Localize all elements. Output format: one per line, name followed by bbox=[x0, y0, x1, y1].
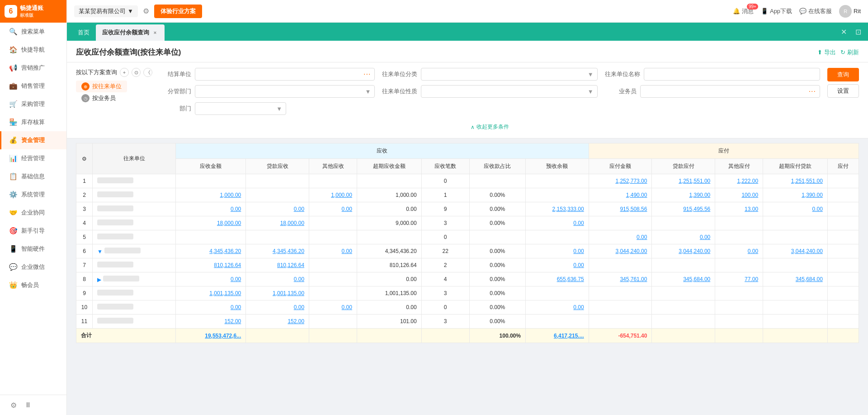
table-cell[interactable] bbox=[309, 230, 357, 244]
sidebar-item-management[interactable]: 📊 经营管理 bbox=[0, 149, 66, 167]
table-cell[interactable]: 100.00 bbox=[715, 188, 763, 202]
table-cell[interactable] bbox=[715, 216, 763, 230]
table-cell[interactable]: 345,684.00 bbox=[763, 272, 828, 286]
table-cell[interactable]: 0.00 bbox=[176, 301, 246, 315]
table-settings-icon[interactable]: ⚙ bbox=[82, 156, 87, 162]
table-cell[interactable] bbox=[589, 301, 652, 315]
table-cell[interactable]: 1,000.00 bbox=[176, 188, 246, 202]
online-service-btn[interactable]: 💬 在线客服 bbox=[799, 7, 832, 15]
tab-ar-ap-query[interactable]: 应收应付余额查询 × bbox=[96, 24, 165, 41]
table-cell[interactable] bbox=[176, 230, 246, 244]
sidebar-item-search-menu[interactable]: 🔍 搜索菜单 bbox=[0, 23, 66, 41]
table-cell[interactable] bbox=[652, 315, 715, 329]
table-cell[interactable]: 1,000.00 bbox=[309, 188, 357, 202]
table-cell[interactable] bbox=[246, 230, 309, 244]
filter-option-by-salesperson[interactable]: ◷ 按业务员 bbox=[76, 92, 121, 104]
table-cell[interactable] bbox=[763, 258, 828, 272]
table-cell[interactable]: 655,636.75 bbox=[525, 272, 589, 286]
message-btn[interactable]: 🔔 消息 99+ bbox=[733, 7, 754, 15]
table-cell[interactable] bbox=[763, 286, 828, 301]
table-cell[interactable]: 0.00 bbox=[176, 202, 246, 216]
table-cell[interactable]: 0.00 bbox=[525, 216, 589, 230]
table-cell[interactable]: 1,251,551.00 bbox=[763, 174, 828, 188]
table-cell[interactable]: 1,390.00 bbox=[652, 188, 715, 202]
partner-nature-select[interactable]: ▼ bbox=[421, 85, 597, 98]
sidebar-item-guide[interactable]: 🎯 新手引导 bbox=[0, 222, 66, 240]
close-window-btn[interactable]: ✕ bbox=[838, 26, 849, 37]
sidebar-item-hardware[interactable]: 📱 智能硬件 bbox=[0, 240, 66, 258]
table-cell[interactable]: 18,000.00 bbox=[246, 216, 309, 230]
table-cell[interactable] bbox=[309, 258, 357, 272]
table-cell[interactable]: 0.00 bbox=[589, 230, 652, 244]
table-cell[interactable] bbox=[763, 230, 828, 244]
table-cell[interactable]: 4,345,436.20 bbox=[246, 244, 309, 258]
filter-collapse-btn[interactable]: 《 bbox=[143, 68, 152, 77]
sidebar-item-basic-info[interactable]: 📋 基础信息 bbox=[0, 167, 66, 186]
partner-category-select[interactable]: ▼ bbox=[421, 68, 597, 81]
table-cell[interactable] bbox=[525, 286, 589, 301]
sidebar-item-wechat[interactable]: 💬 企业微信 bbox=[0, 258, 66, 276]
sidebar-item-inventory[interactable]: 🏪 库存核算 bbox=[0, 113, 66, 131]
table-cell[interactable]: 2,153,333.00 bbox=[525, 202, 589, 216]
settings-button[interactable]: 设置 bbox=[827, 84, 859, 98]
table-cell[interactable] bbox=[715, 258, 763, 272]
sidebar-item-enterprise[interactable]: 🤝 企业协同 bbox=[0, 204, 66, 222]
collapse-more-conditions-btn[interactable]: ∧ 收起更多条件 bbox=[465, 121, 514, 133]
table-cell[interactable]: 0.00 bbox=[246, 202, 309, 216]
table-cell[interactable]: 152.00 bbox=[176, 315, 246, 329]
table-cell[interactable]: 915,495.56 bbox=[652, 202, 715, 216]
query-button[interactable]: 查询 bbox=[827, 68, 859, 81]
refresh-btn[interactable]: ↻ 刷新 bbox=[840, 48, 859, 57]
table-cell[interactable]: 0.00 bbox=[715, 244, 763, 258]
table-cell[interactable] bbox=[309, 216, 357, 230]
table-cell[interactable]: 1,252,773.00 bbox=[589, 174, 652, 188]
table-cell[interactable]: 0.00 bbox=[176, 272, 246, 286]
total-ar[interactable]: 19,553,472,6... bbox=[176, 329, 246, 343]
export-btn[interactable]: ⬆ 导出 bbox=[817, 48, 836, 57]
sidebar-item-marketing[interactable]: 📢 营销推广 bbox=[0, 59, 66, 77]
table-cell[interactable] bbox=[715, 301, 763, 315]
table-cell[interactable]: 1,390.00 bbox=[763, 188, 828, 202]
table-cell[interactable] bbox=[176, 174, 246, 188]
table-cell[interactable] bbox=[652, 258, 715, 272]
table-cell[interactable] bbox=[652, 216, 715, 230]
table-cell[interactable]: 0.00 bbox=[525, 258, 589, 272]
table-cell[interactable]: 345,761.00 bbox=[589, 272, 652, 286]
table-cell[interactable]: 0.00 bbox=[652, 230, 715, 244]
table-cell[interactable] bbox=[715, 315, 763, 329]
table-cell[interactable]: 3,044,240.00 bbox=[763, 244, 828, 258]
add-filter-btn[interactable]: + bbox=[120, 68, 129, 77]
sidebar-item-member[interactable]: 👑 畅会员 bbox=[0, 276, 66, 294]
table-cell[interactable] bbox=[246, 188, 309, 202]
table-cell[interactable] bbox=[525, 188, 589, 202]
sidebar-item-system[interactable]: ⚙️ 系统管理 bbox=[0, 186, 66, 204]
sidebar-item-finance[interactable]: 💰 资金管理 bbox=[0, 131, 66, 149]
table-cell[interactable]: 3,044,240.00 bbox=[652, 244, 715, 258]
table-cell[interactable]: 1,222.00 bbox=[715, 174, 763, 188]
table-cell[interactable] bbox=[246, 174, 309, 188]
table-cell[interactable] bbox=[309, 272, 357, 286]
table-cell[interactable]: 810,126.64 bbox=[176, 258, 246, 272]
table-cell[interactable] bbox=[525, 174, 589, 188]
table-cell[interactable]: 18,000.00 bbox=[176, 216, 246, 230]
table-cell[interactable]: 0.00 bbox=[309, 202, 357, 216]
filter-settings-btn[interactable]: ⊙ bbox=[132, 68, 141, 77]
table-cell[interactable]: 915,508.56 bbox=[589, 202, 652, 216]
table-cell[interactable] bbox=[763, 216, 828, 230]
table-cell[interactable] bbox=[589, 216, 652, 230]
table-cell[interactable]: 0.00 bbox=[246, 272, 309, 286]
salesperson-input[interactable]: ··· bbox=[640, 85, 820, 98]
table-cell[interactable] bbox=[589, 286, 652, 301]
sidebar-item-quick-nav[interactable]: 🏠 快捷导航 bbox=[0, 41, 66, 59]
filter-option-by-partner[interactable]: ⊕ 按往来单位 bbox=[76, 81, 127, 92]
table-cell[interactable] bbox=[763, 315, 828, 329]
table-cell[interactable] bbox=[589, 258, 652, 272]
table-cell[interactable]: 0.00 bbox=[525, 301, 589, 315]
settlement-unit-input[interactable]: ··· bbox=[195, 68, 375, 81]
app-download-btn[interactable]: 📱 App下载 bbox=[761, 7, 792, 15]
table-cell[interactable] bbox=[309, 286, 357, 301]
table-cell[interactable]: 152.00 bbox=[246, 315, 309, 329]
sidebar-item-sales[interactable]: 💼 销售管理 bbox=[0, 77, 66, 95]
collapse-sidebar-btn[interactable]: ⏸ bbox=[22, 399, 34, 411]
table-cell[interactable]: 0.00 bbox=[309, 301, 357, 315]
